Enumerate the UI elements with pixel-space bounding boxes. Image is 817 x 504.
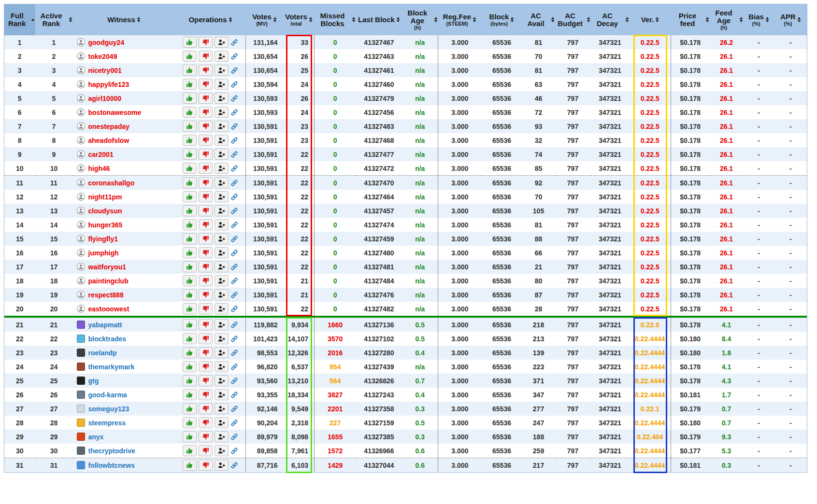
vote-down-button[interactable] [199, 191, 213, 202]
witness-link[interactable]: followbtcnews [88, 462, 135, 469]
witness-url-link[interactable] [230, 462, 238, 469]
set-proxy-button[interactable] [215, 191, 229, 202]
vote-down-button[interactable] [199, 233, 213, 244]
vote-up-button[interactable] [183, 93, 197, 104]
witness-link[interactable]: good-karma [88, 391, 127, 399]
witness-link[interactable]: flyingfly1 [88, 235, 118, 243]
vote-down-button[interactable] [199, 460, 213, 471]
witness-url-link[interactable] [230, 235, 238, 243]
set-proxy-button[interactable] [215, 445, 229, 456]
vote-down-button[interactable] [199, 319, 213, 330]
witness-url-link[interactable] [230, 67, 238, 74]
vote-down-button[interactable] [199, 417, 213, 428]
set-proxy-button[interactable] [215, 149, 229, 160]
witness-url-link[interactable] [230, 277, 238, 285]
set-proxy-button[interactable] [215, 361, 229, 372]
witness-url-link[interactable] [230, 53, 238, 60]
witness-link[interactable]: yabapmatt [88, 321, 122, 329]
witness-link[interactable]: onestepaday [88, 123, 130, 130]
col-header-voters[interactable]: Voterstotal▲▼ [284, 4, 315, 36]
set-proxy-button[interactable] [215, 163, 229, 174]
vote-up-button[interactable] [183, 233, 197, 244]
set-proxy-button[interactable] [215, 233, 229, 244]
vote-up-button[interactable] [183, 261, 197, 272]
col-header-bias[interactable]: Bias(%)▲▼ [744, 4, 774, 36]
vote-up-button[interactable] [183, 79, 197, 90]
col-header-witness[interactable]: Witness▲▼ [73, 4, 175, 36]
witness-url-link[interactable] [230, 39, 238, 46]
vote-down-button[interactable] [199, 177, 213, 188]
witness-link[interactable]: nicetry001 [88, 67, 122, 74]
vote-up-button[interactable] [183, 319, 197, 330]
witness-url-link[interactable] [230, 249, 238, 257]
vote-down-button[interactable] [199, 375, 213, 386]
witness-url-link[interactable] [230, 123, 238, 130]
vote-up-button[interactable] [183, 361, 197, 372]
vote-down-button[interactable] [199, 275, 213, 286]
vote-up-button[interactable] [183, 460, 197, 471]
vote-up-button[interactable] [183, 37, 197, 48]
vote-down-button[interactable] [199, 37, 213, 48]
vote-up-button[interactable] [183, 403, 197, 414]
set-proxy-button[interactable] [215, 121, 229, 132]
witness-link[interactable]: blocktrades [88, 335, 127, 343]
witness-url-link[interactable] [230, 193, 238, 201]
witness-link[interactable]: waitforyou1 [88, 263, 127, 271]
witness-link[interactable]: paintingclub [88, 277, 129, 285]
set-proxy-button[interactable] [215, 333, 229, 344]
set-proxy-button[interactable] [215, 93, 229, 104]
witness-link[interactable]: bostonawesome [88, 109, 142, 116]
col-header-ac_budget[interactable]: AC Budget▲▼ [555, 4, 591, 36]
witness-url-link[interactable] [230, 137, 238, 144]
col-header-block_age[interactable]: Block Age(h)▲▼ [402, 4, 438, 36]
set-proxy-button[interactable] [215, 275, 229, 286]
vote-up-button[interactable] [183, 65, 197, 76]
vote-up-button[interactable] [183, 275, 197, 286]
vote-down-button[interactable] [199, 247, 213, 258]
vote-up-button[interactable] [183, 163, 197, 174]
witness-link[interactable]: goodguy24 [88, 39, 125, 46]
witness-link[interactable]: thecryptodrive [88, 447, 135, 455]
witness-link[interactable]: someguy123 [88, 405, 129, 413]
set-proxy-button[interactable] [215, 417, 229, 428]
col-header-votes[interactable]: Votes(MV)▲▼ [246, 4, 284, 36]
witness-link[interactable]: car2001 [88, 151, 114, 158]
vote-down-button[interactable] [199, 149, 213, 160]
witness-url-link[interactable] [230, 151, 238, 158]
witness-url-link[interactable] [230, 391, 238, 399]
witness-url-link[interactable] [230, 291, 238, 299]
witness-url-link[interactable] [230, 419, 238, 427]
vote-up-button[interactable] [183, 347, 197, 358]
witness-link[interactable]: toke2049 [88, 53, 117, 60]
witness-url-link[interactable] [230, 263, 238, 271]
witness-url-link[interactable] [230, 109, 238, 116]
col-header-apr[interactable]: APR(%)▲▼ [774, 4, 807, 36]
set-proxy-button[interactable] [215, 375, 229, 386]
set-proxy-button[interactable] [215, 79, 229, 90]
vote-up-button[interactable] [183, 445, 197, 456]
vote-down-button[interactable] [199, 135, 213, 146]
col-header-last_block[interactable]: Last Block▲▼ [356, 4, 402, 36]
col-header-block_bytes[interactable]: Block(bytes)▲▼ [482, 4, 522, 36]
witness-url-link[interactable] [230, 405, 238, 413]
col-header-feed_age[interactable]: Feed Age(h)▲▼ [710, 4, 744, 36]
vote-down-button[interactable] [199, 361, 213, 372]
vote-down-button[interactable] [199, 121, 213, 132]
set-proxy-button[interactable] [215, 51, 229, 62]
witness-link[interactable]: steempress [88, 419, 126, 427]
col-header-active_rank[interactable]: Active Rank▲▼ [35, 4, 73, 36]
vote-up-button[interactable] [183, 333, 197, 344]
vote-up-button[interactable] [183, 51, 197, 62]
set-proxy-button[interactable] [215, 65, 229, 76]
witness-url-link[interactable] [230, 305, 238, 313]
col-header-ver[interactable]: Ver.▲▼ [630, 4, 671, 36]
col-header-operations[interactable]: Operations▲▼ [175, 4, 246, 36]
witness-link[interactable]: aheadofslow [88, 137, 129, 144]
set-proxy-button[interactable] [215, 403, 229, 414]
witness-url-link[interactable] [230, 363, 238, 371]
witness-url-link[interactable] [230, 433, 238, 441]
witness-link[interactable]: eastooowest [88, 305, 129, 313]
vote-up-button[interactable] [183, 149, 197, 160]
set-proxy-button[interactable] [215, 247, 229, 258]
witness-url-link[interactable] [230, 335, 238, 343]
